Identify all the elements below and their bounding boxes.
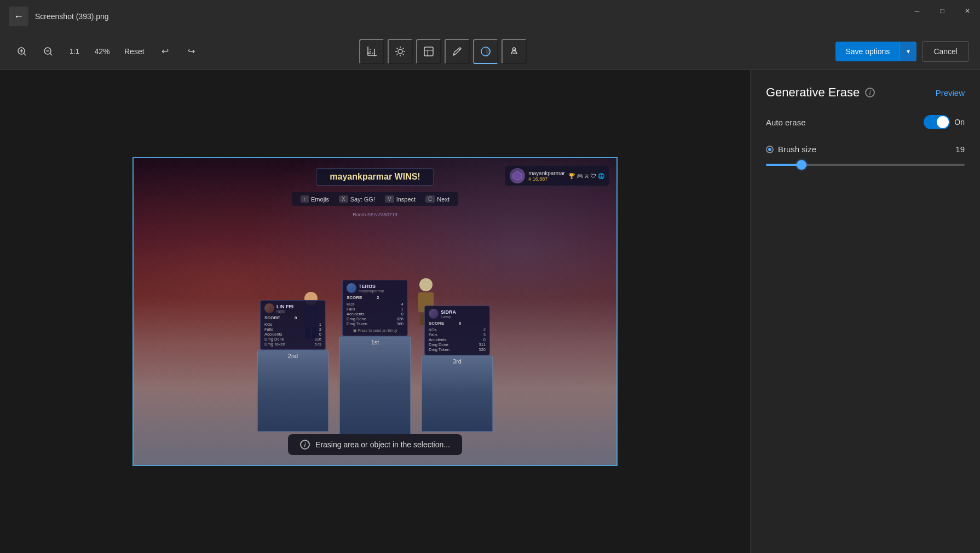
- action-next: C Next: [425, 195, 449, 203]
- zoom-actual-button[interactable]: 1:1: [64, 41, 85, 62]
- user-avatar: [510, 168, 525, 183]
- close-button[interactable]: ✕: [955, 0, 980, 22]
- pedestal-2nd: LIN FEI rajitsi SCORE 0 KOs1 Falls3 Acci…: [257, 300, 328, 432]
- svg-rect-18: [424, 47, 433, 56]
- zoom-value: 42%: [90, 47, 114, 56]
- back-button[interactable]: ←: [9, 7, 28, 26]
- user-icons: 🏆 🎮 ⚔ 🛡 🌐: [568, 173, 604, 179]
- svg-marker-25: [513, 171, 522, 180]
- player-card-3rd: SIDRA Lavop SCORE 0 KOs2 Falls3 Accident…: [424, 306, 490, 355]
- minimize-button[interactable]: ─: [904, 0, 930, 22]
- toolbar: 1:1 42% Reset ↩ ↪: [0, 33, 980, 70]
- brush-radio-inner: [768, 148, 771, 151]
- panel-info-icon[interactable]: i: [865, 88, 875, 97]
- image-container: mayankparmar WINS! mayankparmar # 16,887…: [132, 157, 618, 466]
- right-panel: Generative Erase i Preview Auto erase On: [750, 70, 980, 553]
- status-info-icon: i: [300, 440, 310, 450]
- image-status-bar: i Erasing area or object in the selectio…: [288, 434, 462, 455]
- pedestal-1st: TEROS mayankparmar SCORE 2 KOs4 Falls1 A…: [339, 280, 411, 432]
- auto-erase-toggle-group: On: [924, 115, 965, 129]
- save-options-dropdown[interactable]: ▾: [900, 42, 916, 61]
- brush-radio[interactable]: [766, 146, 774, 153]
- user-name-score: mayankparmar # 16,887: [528, 170, 565, 182]
- pedestal-3rd: SIDRA Lavop SCORE 0 KOs2 Falls3 Accident…: [422, 306, 493, 432]
- brush-size-section: Brush size 19: [766, 145, 965, 170]
- player-card-2nd: LIN FEI rajitsi SCORE 0 KOs1 Falls3 Acci…: [260, 300, 326, 350]
- canvas-area[interactable]: mayankparmar WINS! mayankparmar # 16,887…: [0, 70, 750, 553]
- brush-label-row: Brush size 19: [766, 145, 965, 154]
- brush-size-slider[interactable]: [766, 159, 965, 170]
- main-area: mayankparmar WINS! mayankparmar # 16,887…: [0, 70, 980, 553]
- toggle-state-label: On: [954, 118, 965, 126]
- zoom-out-button[interactable]: [37, 41, 59, 62]
- user-info-panel: mayankparmar # 16,887 🏆 🎮 ⚔ 🛡 🌐: [505, 166, 609, 186]
- svg-line-3: [24, 53, 26, 55]
- slider-track: [766, 164, 965, 166]
- user-score: # 16,887: [528, 176, 565, 182]
- maximize-button[interactable]: □: [930, 0, 955, 22]
- svg-line-6: [50, 53, 53, 55]
- erase-tool-button[interactable]: [473, 39, 498, 64]
- svg-line-16: [402, 48, 403, 49]
- brightness-tool-button[interactable]: [388, 39, 413, 64]
- auto-erase-row: Auto erase On: [766, 115, 965, 129]
- toggle-knob: [937, 116, 949, 128]
- svg-line-14: [396, 48, 397, 49]
- draw-tool-button[interactable]: [445, 39, 470, 64]
- save-options-button[interactable]: Save options ▾: [835, 42, 916, 61]
- action-inspect: V Inspect: [385, 195, 416, 203]
- pedestal-column-2nd: 2nd: [257, 350, 328, 432]
- status-text: Erasing area or object in the selection.…: [315, 440, 450, 449]
- zoom-in-button[interactable]: [11, 41, 33, 62]
- effects-tool-button[interactable]: [501, 39, 527, 64]
- auto-erase-toggle[interactable]: [924, 115, 950, 129]
- panel-title: Generative Erase i Preview: [766, 85, 965, 100]
- titlebar-filename: Screenshot (393).png: [35, 12, 109, 21]
- user-name: mayankparmar: [528, 170, 565, 176]
- right-toolbar-actions: Save options ▾ Cancel: [835, 41, 969, 62]
- brush-size-value: 19: [955, 145, 965, 154]
- pedestal-column-1st: 1st: [339, 336, 411, 435]
- player-card-1st: TEROS mayankparmar SCORE 2 KOs4 Falls1 A…: [342, 280, 408, 336]
- room-text: Room SEA #350719: [353, 212, 397, 217]
- pedestal-area: TEROS mayankparmar SCORE 2 KOs4 Falls1 A…: [134, 280, 616, 432]
- svg-line-15: [402, 54, 403, 55]
- window-controls: ─ □ ✕: [904, 0, 980, 22]
- center-tools: [359, 39, 527, 64]
- preview-button[interactable]: Preview: [936, 88, 965, 97]
- auto-erase-label: Auto erase: [766, 118, 806, 127]
- svg-line-21: [459, 49, 460, 50]
- svg-point-24: [512, 48, 515, 51]
- pedestal-column-3rd: 3rd: [422, 355, 493, 432]
- undo-button[interactable]: ↩: [154, 41, 176, 62]
- redo-button[interactable]: ↪: [181, 41, 203, 62]
- action-bar: ↑ Emojis X Say: GG! V Inspect C Next: [292, 192, 458, 206]
- brush-label: Brush size: [766, 145, 816, 154]
- crop-tool-button[interactable]: [359, 39, 384, 64]
- reset-button[interactable]: Reset: [119, 44, 150, 59]
- svg-line-17: [396, 54, 397, 55]
- cancel-button[interactable]: Cancel: [922, 41, 969, 62]
- action-gg: X Say: GG!: [339, 195, 375, 203]
- slider-thumb[interactable]: [797, 160, 806, 170]
- game-screenshot: mayankparmar WINS! mayankparmar # 16,887…: [134, 158, 616, 465]
- svg-point-9: [398, 49, 402, 54]
- action-emojis: ↑ Emojis: [301, 195, 329, 203]
- winner-banner: mayankparmar WINS!: [316, 168, 434, 186]
- save-options-label[interactable]: Save options: [835, 42, 900, 61]
- filter-tool-button[interactable]: [416, 39, 441, 64]
- titlebar: ← Screenshot (393).png ─ □ ✕: [0, 0, 980, 33]
